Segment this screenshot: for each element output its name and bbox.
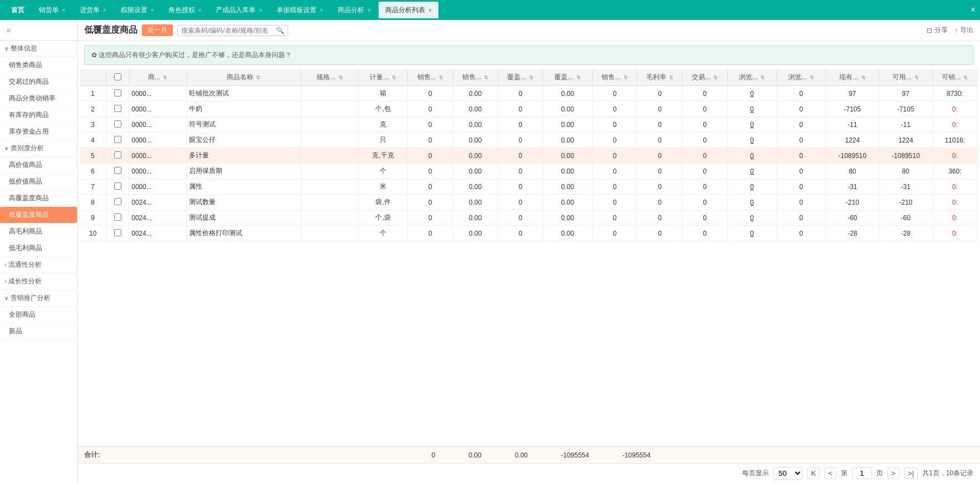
close-icon[interactable]: × bbox=[103, 7, 106, 13]
close-icon[interactable]: × bbox=[368, 7, 371, 13]
nav-tab-purchase[interactable]: 进货单 × bbox=[73, 2, 113, 18]
row-checkbox[interactable] bbox=[114, 198, 121, 205]
sidebar-item-low-coverage[interactable]: 低覆盖度商品 bbox=[0, 207, 77, 223]
nav-tab-goods-analysis[interactable]: 商品分析 × bbox=[331, 2, 377, 18]
cell-browse1[interactable]: 0 bbox=[727, 210, 777, 226]
sidebar-item-category-rate[interactable]: 商品分类动销率 bbox=[0, 90, 77, 107]
th-sales2[interactable]: 销售... ⇅ bbox=[453, 69, 498, 86]
next-page-button[interactable]: > bbox=[887, 467, 900, 479]
th-cover1[interactable]: 覆盖... ⇅ bbox=[498, 69, 543, 86]
prev-page-button[interactable]: < bbox=[824, 467, 836, 479]
sidebar-item-sales-goods[interactable]: 销售类商品 bbox=[0, 57, 77, 74]
close-all-button[interactable]: × bbox=[971, 5, 976, 15]
cell-browse1[interactable]: 0 bbox=[727, 86, 777, 101]
sidebar-item-low-value[interactable]: 低价值商品 bbox=[0, 174, 77, 190]
row-checkbox[interactable] bbox=[114, 213, 121, 221]
cell-check[interactable] bbox=[106, 226, 129, 241]
last-page-button[interactable]: >| bbox=[904, 467, 918, 479]
close-icon[interactable]: × bbox=[428, 7, 432, 13]
nav-tab-role[interactable]: 角色授权 × bbox=[162, 2, 208, 18]
cell-check[interactable] bbox=[106, 195, 129, 210]
nav-tab-product-warehouse[interactable]: 产成品入库单 × bbox=[209, 2, 269, 18]
sidebar-section-category[interactable]: ∨ 类别度分析 bbox=[0, 140, 77, 157]
th-check[interactable] bbox=[106, 69, 129, 86]
nav-tab-permission[interactable]: 权限设置 × bbox=[114, 2, 161, 18]
cell-browse1[interactable]: 0 bbox=[727, 195, 777, 210]
sidebar-section-liquidity[interactable]: › 流通性分析 bbox=[0, 257, 77, 273]
cell-browse1[interactable]: 0 bbox=[727, 133, 777, 148]
th-browse2[interactable]: 浏览... ⇅ bbox=[777, 69, 826, 86]
first-page-button[interactable]: K bbox=[807, 467, 820, 479]
th-trade[interactable]: 交易... ⇅ bbox=[682, 69, 727, 86]
period-button[interactable]: 近一月 bbox=[142, 24, 173, 36]
cell-check[interactable] bbox=[106, 148, 129, 164]
nav-tab-template[interactable]: 单据模板设置 × bbox=[270, 2, 330, 18]
cell-check[interactable] bbox=[106, 86, 129, 101]
cell-check[interactable] bbox=[106, 210, 129, 226]
close-icon[interactable]: × bbox=[62, 7, 65, 13]
cell-browse1[interactable]: 0 bbox=[727, 179, 777, 195]
row-checkbox[interactable] bbox=[114, 151, 121, 159]
close-icon[interactable]: × bbox=[198, 7, 202, 13]
sidebar-item-traded-goods[interactable]: 交易过的商品 bbox=[0, 74, 77, 90]
th-unit[interactable]: 计量... ⇅ bbox=[359, 69, 408, 86]
close-icon[interactable]: × bbox=[151, 7, 154, 13]
th-browse1[interactable]: 浏览... ⇅ bbox=[727, 69, 777, 86]
select-all-checkbox[interactable] bbox=[114, 73, 121, 80]
th-spec[interactable]: 规格... ⇅ bbox=[301, 69, 359, 86]
th-avail[interactable]: 可用... ⇅ bbox=[879, 69, 932, 86]
nav-tab-home[interactable]: 首页 bbox=[4, 2, 31, 18]
cell-browse1[interactable]: 0 bbox=[727, 148, 777, 164]
search-icon[interactable]: 🔍 bbox=[276, 27, 284, 34]
per-page-select[interactable]: 50 100 200 bbox=[773, 467, 803, 480]
export-button[interactable]: ↑ 导出 bbox=[955, 26, 973, 35]
row-checkbox[interactable] bbox=[114, 120, 121, 128]
row-checkbox[interactable] bbox=[114, 229, 121, 236]
th-sales3[interactable]: 销售... ⇅ bbox=[592, 69, 637, 86]
cell-check[interactable] bbox=[106, 101, 129, 117]
sidebar-item-inventory-capital[interactable]: 库存资金占用 bbox=[0, 124, 77, 140]
sidebar-section-marketing[interactable]: ∨ 营销推广分析 bbox=[0, 290, 77, 307]
sidebar-section-growth[interactable]: › 成长性分析 bbox=[0, 273, 77, 290]
sidebar-item-stocked-goods[interactable]: 有库存的商品 bbox=[0, 107, 77, 124]
cell-browse1[interactable]: 0 bbox=[727, 101, 777, 117]
data-table-container[interactable]: 商... ⇅ 商品名称 ⇅ 规格... ⇅ 计量... bbox=[78, 69, 980, 446]
page-number-input[interactable] bbox=[852, 467, 872, 479]
cell-browse1[interactable]: 0 bbox=[727, 117, 777, 133]
cell-check[interactable] bbox=[106, 179, 129, 195]
table-row: 5 0000... 多计量 克,千克 0 0.00 0 0.00 0 0 0 0… bbox=[80, 148, 978, 164]
th-name[interactable]: 商品名称 ⇅ bbox=[186, 69, 301, 86]
cell-browse1[interactable]: 0 bbox=[727, 226, 777, 241]
share-button[interactable]: ⊡ 分享 bbox=[927, 26, 948, 35]
sidebar-item-high-value[interactable]: 高价值商品 bbox=[0, 157, 77, 174]
cell-browse1[interactable]: 0 bbox=[727, 164, 777, 179]
collapse-button[interactable]: « bbox=[4, 23, 13, 37]
th-code[interactable]: 商... ⇅ bbox=[129, 69, 187, 86]
row-checkbox[interactable] bbox=[114, 105, 121, 112]
row-checkbox[interactable] bbox=[114, 89, 121, 96]
nav-tab-goods-analysis-list[interactable]: 商品分析列表 × bbox=[379, 2, 438, 18]
th-sell[interactable]: 可销... ⇅ bbox=[932, 69, 977, 86]
cell-check[interactable] bbox=[106, 133, 129, 148]
th-sales1[interactable]: 销售... ⇅ bbox=[408, 69, 453, 86]
sidebar-item-low-margin[interactable]: 低毛利商品 bbox=[0, 240, 77, 257]
cell-check[interactable] bbox=[106, 117, 129, 133]
sidebar-section-overall[interactable]: ∨ 整体信息 bbox=[0, 40, 77, 57]
close-icon[interactable]: × bbox=[320, 7, 323, 13]
sidebar-item-high-coverage[interactable]: 高覆盖度商品 bbox=[0, 190, 77, 207]
sidebar-item-new-goods[interactable]: 新品 bbox=[0, 323, 77, 340]
row-checkbox[interactable] bbox=[114, 182, 121, 190]
row-checkbox[interactable] bbox=[114, 136, 121, 143]
cell-check[interactable] bbox=[106, 164, 129, 179]
th-gross[interactable]: 毛利率 ⇅ bbox=[637, 69, 682, 86]
search-input[interactable] bbox=[181, 27, 276, 34]
nav-tab-sales[interactable]: 销货单 × bbox=[32, 2, 72, 18]
sidebar-item-high-margin[interactable]: 高毛利商品 bbox=[0, 223, 77, 240]
cell-code: 0000... bbox=[129, 133, 187, 148]
sidebar-item-all-goods[interactable]: 全部商品 bbox=[0, 307, 77, 323]
footer-avail-total: -1095554 bbox=[622, 451, 651, 459]
th-cover2[interactable]: 覆盖... ⇅ bbox=[543, 69, 593, 86]
th-curr1[interactable]: 现有... ⇅ bbox=[826, 69, 879, 86]
row-checkbox[interactable] bbox=[114, 167, 121, 174]
close-icon[interactable]: × bbox=[259, 7, 262, 13]
